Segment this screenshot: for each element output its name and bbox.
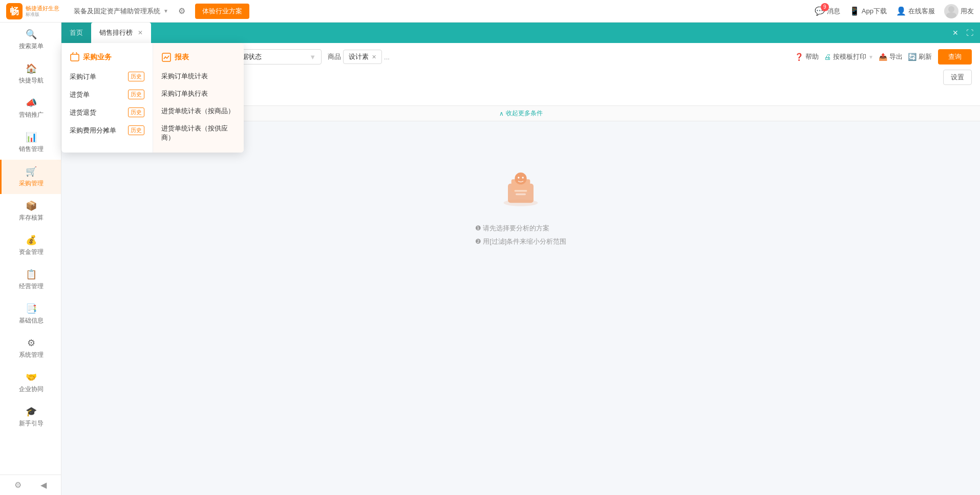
toolbar-right-2: 设置 (943, 70, 972, 85)
export-button[interactable]: 📤 导出 (879, 52, 903, 61)
purchase-expense-history: 历史 (128, 125, 144, 135)
user-avatar (944, 4, 958, 18)
report-col: 报表 采购订单统计表 采购订单执行表 进货单统计表（按商品） 进货单统计表（按供… (153, 43, 244, 153)
report-col-header: 报表 (153, 49, 244, 68)
refresh-button[interactable]: 🔄 刷新 (908, 52, 932, 61)
header-right: 💬 9 消息 📱 App下载 👤 在线客服 用友 (815, 4, 974, 18)
product-tag-close[interactable]: ✕ (372, 54, 376, 60)
sidebar-label-purchase: 采购管理 (19, 179, 44, 188)
query-button[interactable]: 查询 (938, 49, 972, 64)
sidebar-item-inventory[interactable]: 📦 库存核算 (0, 194, 61, 228)
empty-tips: 请先选择要分析的方案 用[过滤]条件来缩小分析范围 (475, 222, 567, 248)
sidebar-collapse-btn[interactable]: ◀ (40, 480, 47, 490)
svg-rect-9 (516, 193, 526, 195)
inventory-icon: 📦 (26, 200, 37, 211)
service-icon: 👤 (896, 6, 906, 16)
order-exec-label: 采购订单执行表 (161, 89, 208, 98)
logo-sub: 标准版 (26, 12, 59, 18)
svg-point-6 (518, 177, 519, 178)
sidebar-label-system: 系统管理 (19, 351, 44, 359)
purchase-expense-label: 采购费用分摊单 (70, 126, 116, 135)
home-icon: 🏠 (26, 63, 37, 74)
tab-close-icon[interactable]: ✕ (138, 29, 143, 36)
system-title-area[interactable]: 装备及固定资产辅助管理系统 ▼ (74, 7, 168, 16)
system-title-arrow: ▼ (163, 8, 168, 14)
dropdown-item-order-exec[interactable]: 采购订单执行表 (153, 85, 244, 102)
sidebar-label-finance: 资金管理 (19, 248, 44, 256)
dropdown-item-inbound-stats-supplier[interactable]: 进货单统计表（按供应商） (153, 120, 244, 146)
svg-point-0 (948, 6, 954, 12)
logo-area: 畅 畅捷通好生意 标准版 (6, 3, 68, 19)
svg-point-1 (946, 12, 956, 18)
sidebar-item-search[interactable]: 🔍 搜索菜单 (0, 23, 61, 57)
dropdown-item-purchase-order[interactable]: 采购订单 历史 (61, 68, 153, 85)
empty-tip-2: 用[过滤]条件来缩小分析范围 (475, 235, 567, 248)
dropdown-item-inbound[interactable]: 进货单 历史 (61, 85, 153, 103)
tab-bar-actions: ✕ ⛶ (949, 27, 980, 39)
help-icon: ❓ (795, 53, 803, 61)
tab-close-button[interactable]: ✕ (949, 27, 962, 39)
svg-rect-8 (515, 190, 527, 191)
tab-sales-rank[interactable]: 销售排行榜 ✕ (91, 23, 151, 43)
tab-home[interactable]: 首页 (61, 23, 91, 43)
dropdown-item-order-stats[interactable]: 采购订单统计表 (153, 68, 244, 85)
settings-icon-button[interactable]: ⚙ (175, 4, 189, 18)
svg-point-7 (522, 177, 524, 178)
dropdown-item-inbound-return[interactable]: 进货退货 历史 (61, 103, 153, 121)
svg-point-5 (515, 173, 526, 184)
purchase-col-header: 采购业务 (61, 49, 153, 68)
guide-icon: 🎓 (26, 406, 37, 417)
sidebar-label-inventory: 库存核算 (19, 213, 44, 222)
sidebar-item-enterprise[interactable]: 🤝 企业协同 (0, 365, 61, 400)
sidebar-item-quick-nav[interactable]: 🏠 快捷导航 (0, 57, 61, 91)
industry-button[interactable]: 体验行业方案 (195, 4, 249, 19)
user-button[interactable]: 用友 (944, 4, 974, 18)
inbound-history: 历史 (128, 90, 144, 99)
system-title-text: 装备及固定资产辅助管理系统 (74, 7, 160, 16)
online-service-button[interactable]: 👤 在线客服 (896, 6, 935, 16)
message-button[interactable]: 💬 9 消息 (815, 6, 840, 16)
marketing-icon: 📣 (26, 97, 37, 109)
sidebar-item-system[interactable]: ⚙ 系统管理 (0, 331, 61, 365)
chevron-up-icon: ∧ (499, 110, 504, 117)
dropdown-item-inbound-stats-product[interactable]: 进货单统计表（按商品） (153, 102, 244, 120)
logo-icon: 畅 (6, 3, 23, 19)
sidebar-item-sales[interactable]: 📊 销售管理 (0, 125, 61, 160)
dropdown-item-purchase-expense[interactable]: 采购费用分摊单 历史 (61, 121, 153, 139)
user-label: 用友 (961, 7, 974, 16)
empty-illustration (495, 162, 546, 213)
purchase-col: 采购业务 采购订单 历史 进货单 历史 进货退货 历史 采购费用分摊单 历史 (61, 43, 153, 153)
top-header: 畅 畅捷通好生意 标准版 装备及固定资产辅助管理系统 ▼ ⚙ 体验行业方案 💬 … (0, 0, 980, 23)
sidebar-item-operations[interactable]: 📋 经营管理 (0, 263, 61, 297)
product-more[interactable]: ... (384, 53, 390, 61)
print-button[interactable]: 🖨 按模板打印 ▼ (824, 52, 874, 61)
message-badge: 9 (821, 3, 829, 11)
sidebar-item-finance[interactable]: 💰 资金管理 (0, 228, 61, 263)
inbound-stats-supplier-label: 进货单统计表（按供应商） (161, 124, 236, 142)
sidebar-item-guide[interactable]: 🎓 新手引导 (0, 400, 61, 434)
system-icon: ⚙ (27, 337, 35, 349)
sidebar-label-search: 搜索菜单 (19, 42, 44, 51)
sidebar-settings-btn[interactable]: ⚙ (14, 480, 22, 490)
inbound-label: 进货单 (70, 90, 90, 99)
inbound-return-label: 进货退货 (70, 108, 96, 117)
app-download-button[interactable]: 📱 App下载 (849, 6, 887, 16)
settings-button[interactable]: 设置 (943, 70, 972, 85)
operations-icon: 📋 (26, 269, 37, 280)
search-icon: 🔍 (26, 29, 37, 40)
product-label: 商品 (328, 52, 341, 61)
sidebar-item-purchase[interactable]: 🛒 采购管理 (0, 160, 61, 194)
help-button[interactable]: ❓ 帮助 (795, 52, 819, 61)
logo-text: 畅捷通好生意 标准版 (26, 5, 59, 18)
message-icon-wrap: 💬 9 (815, 6, 825, 16)
product-filter: 商品 设计素 ✕ ... (328, 50, 390, 64)
sidebar-item-basics[interactable]: 📑 基础信息 (0, 297, 61, 331)
sidebar-label-basics: 基础信息 (19, 316, 44, 325)
print-icon: 🖨 (824, 53, 831, 61)
enterprise-icon: 🤝 (26, 372, 37, 383)
tab-expand-button[interactable]: ⛶ (964, 27, 976, 39)
product-tag: 设计素 ✕ (343, 50, 382, 64)
sidebar-label-sales: 销售管理 (19, 145, 44, 154)
service-label: 在线客服 (908, 7, 935, 16)
sidebar-item-marketing[interactable]: 📣 营销推广 (0, 91, 61, 125)
